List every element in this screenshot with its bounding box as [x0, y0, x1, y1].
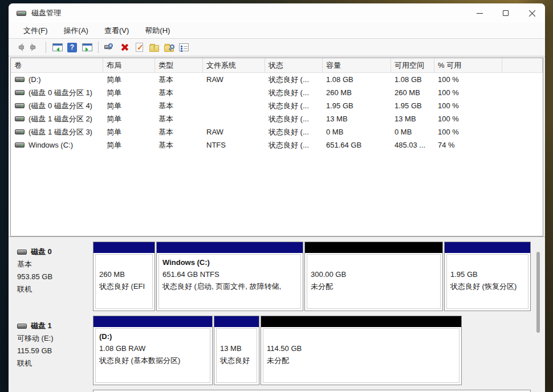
partition-size: 1.95 GB	[450, 268, 524, 280]
volume-row[interactable]: (磁盘 0 磁盘分区 1)简单基本状态良好 (...260 MB260 MB10…	[11, 86, 543, 99]
volume-cell-status: 状态良好 (...	[265, 140, 323, 150]
partition-status: 未分配	[311, 280, 437, 292]
disk-status: 联机	[17, 357, 91, 370]
volume-cell-pct: 100 %	[434, 115, 502, 123]
forward-arrow-icon	[29, 43, 40, 51]
vertical-scrollbar[interactable]	[536, 252, 540, 333]
volume-name-cell: Windows (C:)	[11, 141, 103, 149]
volume-cell-free: 485.03 ...	[391, 141, 434, 149]
menu-file[interactable]: 文件(F)	[18, 23, 54, 38]
back-button[interactable]	[14, 42, 25, 52]
partition-info: 114.50 GB未分配	[263, 328, 460, 383]
menu-view[interactable]: 查看(V)	[99, 23, 135, 38]
console-tree-icon	[52, 43, 63, 51]
volume-table-header: 卷布局类型文件系统状态容量可用空间% 可用	[11, 58, 543, 73]
volume-row[interactable]: (磁盘 0 磁盘分区 4)简单基本状态良好 (...1.95 GB1.95 GB…	[11, 99, 543, 112]
volume-cell-fs: RAW	[203, 75, 265, 84]
partition-block[interactable]: 260 MB状态良好 (EFI	[93, 242, 155, 311]
column-header-2[interactable]: 类型	[155, 58, 203, 72]
volume-name-label: (D:)	[29, 75, 41, 84]
help-icon: ?	[67, 43, 77, 52]
partition-title	[450, 256, 524, 268]
volume-cell-fs: NTFS	[203, 141, 265, 149]
volume-cell-type: 基本	[155, 140, 203, 150]
properties-list-icon	[179, 43, 189, 51]
column-header-1[interactable]: 布局	[103, 58, 155, 72]
delete-x-icon	[120, 43, 129, 52]
column-header-7[interactable]: % 可用	[434, 58, 502, 72]
minimize-button[interactable]	[466, 3, 493, 23]
column-header-8[interactable]	[502, 58, 543, 72]
partition-title: Windows (C:)	[162, 256, 297, 268]
volume-name-label: Windows (C:)	[29, 141, 73, 149]
help-button[interactable]: ?	[67, 42, 78, 52]
column-header-4[interactable]: 状态	[265, 58, 323, 72]
disk-label-0[interactable]: 磁盘 0基本953.85 GB联机	[11, 242, 93, 311]
volume-cell-free: 1.08 GB	[391, 75, 434, 84]
volume-cell-layout: 简单	[103, 140, 155, 150]
volume-row[interactable]: (磁盘 1 磁盘分区 3)简单基本RAW状态良好 (...0 MB0 MB100…	[11, 125, 543, 138]
partition-size: 260 MB	[99, 268, 149, 280]
partition-block[interactable]: 114.50 GB未分配	[261, 316, 462, 385]
close-button[interactable]	[519, 3, 545, 23]
menu-help[interactable]: 帮助(H)	[139, 23, 176, 38]
volume-cell-capacity: 1.95 GB	[323, 101, 391, 110]
volume-cell-pct: 100 %	[434, 101, 502, 110]
partition-title	[267, 330, 456, 342]
disk-label-1[interactable]: 磁盘 1可移动 (E:)115.59 GB联机	[11, 316, 93, 385]
volume-row[interactable]: (D:)简单基本RAW状态良好 (...1.08 GB1.08 GB100 %	[11, 73, 543, 86]
volume-cell-capacity: 260 MB	[323, 88, 391, 97]
show-action-pane-button[interactable]	[82, 42, 92, 52]
maximize-button[interactable]	[493, 3, 519, 23]
volume-cell-type: 基本	[155, 127, 203, 137]
partition-block[interactable]: 1.95 GB状态良好 (恢复分区)	[444, 242, 531, 311]
partition-block[interactable]: Windows (C:)651.64 GB NTFS状态良好 (启动, 页面文件…	[156, 242, 303, 311]
partition-status: 未分配	[267, 354, 456, 366]
partition-block[interactable]: (D:)1.08 GB RAW状态良好 (基本数据分区)	[93, 316, 213, 385]
delete-volume-button[interactable]	[119, 42, 130, 52]
partition-status: 状态良好 (EFI	[99, 280, 149, 292]
partition-info: Windows (C:)651.64 GB NTFS状态良好 (启动, 页面文件…	[158, 254, 301, 309]
explore-folder-button[interactable]	[164, 42, 174, 52]
mark-partition-button[interactable]: ✓	[134, 42, 145, 52]
partition-info: 13 MB状态良好	[216, 328, 257, 383]
volume-drive-icon	[15, 142, 25, 148]
volume-row[interactable]: (磁盘 1 磁盘分区 2)简单基本状态良好 (...13 MB13 MB100 …	[11, 112, 543, 125]
volume-name-cell: (D:)	[11, 75, 103, 84]
volume-cell-type: 基本	[155, 88, 203, 98]
volume-row[interactable]: Windows (C:)简单基本NTFS状态良好 (...651.64 GB48…	[11, 138, 543, 152]
volume-name-label: (磁盘 0 磁盘分区 1)	[29, 88, 92, 98]
column-header-3[interactable]: 文件系统	[203, 58, 265, 72]
partition-info: 300.00 GB未分配	[307, 254, 441, 309]
volume-cell-free: 1.95 GB	[391, 101, 434, 110]
volume-cell-pct: 74 %	[434, 141, 502, 149]
open-folder-button[interactable]: ↑	[149, 42, 160, 52]
volume-cell-status: 状态良好 (...	[265, 88, 323, 98]
partition-title	[220, 330, 253, 342]
rescan-disks-button[interactable]	[104, 42, 115, 52]
disk-size: 115.59 GB	[17, 345, 91, 357]
column-header-6[interactable]: 可用空间	[391, 58, 434, 72]
partition-block[interactable]: 300.00 GB未分配	[304, 242, 443, 311]
volume-cell-layout: 简单	[103, 75, 155, 85]
partition-color-bar	[157, 242, 303, 253]
volume-cell-layout: 简单	[103, 114, 155, 124]
menu-bar: 文件(F) 操作(A) 查看(V) 帮助(H)	[9, 23, 545, 39]
partition-info: 260 MB状态良好 (EFI	[95, 254, 153, 309]
close-icon	[528, 10, 535, 17]
volume-name-cell: (磁盘 1 磁盘分区 3)	[11, 127, 103, 137]
partition-block[interactable]: 13 MB状态良好	[214, 316, 259, 385]
volume-cell-free: 13 MB	[391, 115, 434, 123]
forward-button[interactable]	[29, 42, 40, 52]
app-drive-icon	[17, 11, 26, 16]
volume-cell-type: 基本	[155, 114, 203, 124]
volume-cell-pct: 100 %	[434, 88, 502, 97]
menu-action[interactable]: 操作(A)	[58, 23, 94, 38]
column-header-0[interactable]: 卷	[11, 58, 103, 72]
disk-row-0: 磁盘 0基本953.85 GB联机260 MB状态良好 (EFIWindows …	[11, 242, 545, 311]
volume-cell-status: 状态良好 (...	[265, 75, 323, 85]
volume-drive-icon	[15, 77, 25, 82]
column-header-5[interactable]: 容量	[323, 58, 391, 72]
properties-button[interactable]	[178, 42, 189, 52]
show-console-tree-button[interactable]	[52, 42, 63, 52]
